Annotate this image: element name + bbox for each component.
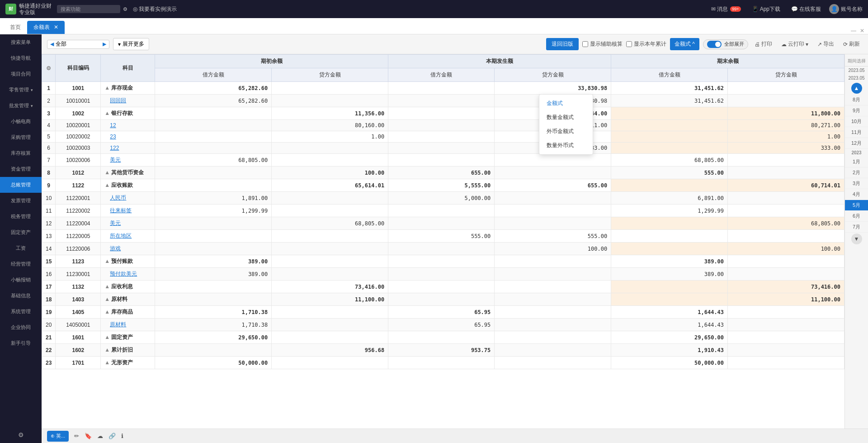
- row-code[interactable]: 11220006: [56, 243, 101, 255]
- date-item-2[interactable]: 2月: [845, 167, 868, 178]
- row-code[interactable]: 1405: [56, 306, 101, 319]
- export-button[interactable]: ↗ 导出: [815, 38, 837, 50]
- subject-link[interactable]: 美元: [110, 157, 121, 163]
- toggle-track[interactable]: [707, 41, 722, 48]
- minimize-icon[interactable]: —: [851, 28, 856, 34]
- row-code[interactable]: 11230001: [56, 268, 101, 281]
- settings-header[interactable]: ⚙: [42, 55, 56, 82]
- sidebar-item-invoice[interactable]: 发票管理: [0, 193, 42, 209]
- status-link-icon[interactable]: 🔗: [108, 433, 116, 439]
- date-item-3[interactable]: 3月: [845, 178, 868, 189]
- dropdown-item-amount[interactable]: 金额式: [539, 96, 593, 110]
- dropdown-item-quantity-amount[interactable]: 数量金额式: [539, 110, 593, 124]
- date-item-5[interactable]: 5月: [845, 200, 868, 211]
- subject-link[interactable]: 往来标签: [110, 207, 132, 214]
- date-nav-down[interactable]: ▼: [851, 233, 862, 244]
- sidebar-item-retail[interactable]: 零售管理 ▾: [0, 82, 42, 98]
- subject-link[interactable]: 12: [110, 122, 116, 129]
- date-item-6[interactable]: 6月: [845, 211, 868, 222]
- sidebar-item-ecommerce[interactable]: 小畅电商: [0, 114, 42, 129]
- sidebar-item-assets[interactable]: 固定资产: [0, 224, 42, 240]
- status-main-button[interactable]: ⊕ 英...: [47, 431, 69, 442]
- sidebar-item-project[interactable]: 项目合同: [0, 66, 42, 82]
- tab-balance-sheet[interactable]: 余额表 ✕: [27, 21, 65, 34]
- sidebar-item-guide[interactable]: 新手引导: [0, 335, 42, 351]
- right-arrow-icon[interactable]: ▶: [103, 41, 106, 47]
- date-nav-up[interactable]: ▲: [851, 83, 862, 94]
- status-edit-icon[interactable]: ✏: [74, 433, 79, 439]
- sidebar-item-inventory[interactable]: 库存核算: [0, 145, 42, 161]
- row-code[interactable]: 10020006: [56, 154, 101, 167]
- row-expand-icon[interactable]: ▲: [104, 347, 110, 353]
- row-code[interactable]: 11220004: [56, 217, 101, 230]
- sidebar-item-reimbursement[interactable]: 小畅报销: [0, 272, 42, 288]
- row-expand-icon[interactable]: ▲: [104, 309, 110, 315]
- status-cloud-icon[interactable]: ☁: [97, 433, 103, 439]
- sidebar-item-purchase[interactable]: 采购管理: [0, 129, 42, 145]
- sidebar-item-system[interactable]: 系统管理: [0, 304, 42, 319]
- date-item-7[interactable]: 7月: [845, 222, 868, 233]
- subject-link[interactable]: 人民币: [110, 195, 126, 201]
- date-item-1[interactable]: 1月: [845, 157, 868, 167]
- subject-link[interactable]: 游戏: [110, 245, 121, 252]
- subject-link[interactable]: 122: [110, 145, 119, 151]
- row-code[interactable]: 11220001: [56, 192, 101, 205]
- sidebar-item-basic[interactable]: 基础信息: [0, 288, 42, 304]
- left-arrow-icon[interactable]: ◀: [50, 41, 54, 47]
- row-code[interactable]: 1403: [56, 293, 101, 306]
- subject-link[interactable]: 23: [110, 133, 116, 140]
- dropdown-item-foreign-amount[interactable]: 外币金额式: [539, 124, 593, 138]
- date-item-9[interactable]: 9月: [845, 105, 868, 116]
- row-code[interactable]: 1132: [56, 281, 101, 293]
- sidebar-item-cooperation[interactable]: 企业协同: [0, 319, 42, 335]
- sidebar-item-wholesale[interactable]: 批发管理 ▾: [0, 98, 42, 114]
- row-code[interactable]: 1123: [56, 255, 101, 268]
- sidebar-item-funds[interactable]: 资金管理: [0, 161, 42, 177]
- row-code[interactable]: 1002: [56, 107, 101, 120]
- expand-all-toggle[interactable]: 全部展开: [703, 39, 748, 49]
- subject-search-input[interactable]: [56, 41, 101, 48]
- app-download-button[interactable]: 📱 App下载: [749, 4, 783, 14]
- row-code[interactable]: 1602: [56, 344, 101, 357]
- sidebar-item-tax[interactable]: 税务管理: [0, 209, 42, 224]
- cloud-print-button[interactable]: ☁ 云打印 ▾: [778, 38, 811, 50]
- row-code[interactable]: 11220005: [56, 230, 101, 243]
- dropdown-item-quantity-foreign[interactable]: 数量外币式: [539, 138, 593, 152]
- row-expand-icon[interactable]: ▲: [104, 258, 110, 264]
- row-code[interactable]: 10020003: [56, 143, 101, 154]
- row-expand-icon[interactable]: ▲: [104, 283, 110, 290]
- sidebar-settings-icon[interactable]: ⚙: [0, 427, 42, 443]
- sidebar-item-management[interactable]: 经营管理: [0, 256, 42, 272]
- sidebar-item-salary[interactable]: 工资: [0, 240, 42, 256]
- date-item-12[interactable]: 12月: [845, 138, 868, 149]
- row-expand-icon[interactable]: ▲: [104, 334, 110, 340]
- top-search-input[interactable]: [57, 5, 120, 13]
- row-expand-icon[interactable]: ▲: [104, 296, 110, 302]
- close-icon[interactable]: ✕: [860, 28, 864, 34]
- row-code[interactable]: 1012: [56, 167, 101, 179]
- row-expand-icon[interactable]: ▲: [104, 85, 110, 91]
- row-code[interactable]: 1122: [56, 179, 101, 192]
- print-button[interactable]: 🖨 打印: [752, 38, 775, 50]
- row-code[interactable]: 1701: [56, 357, 101, 369]
- status-info-icon[interactable]: ℹ: [121, 433, 123, 439]
- subject-link[interactable]: 回回回: [110, 97, 126, 104]
- row-expand-icon[interactable]: ▲: [104, 359, 110, 366]
- demo-button[interactable]: ◎ 我要看实例演示: [130, 4, 179, 14]
- row-code[interactable]: 10020001: [56, 120, 101, 131]
- row-expand-icon[interactable]: ▲: [104, 110, 110, 116]
- amount-style-button[interactable]: 金额式 ^: [670, 38, 699, 50]
- date-item-8[interactable]: 8月: [845, 95, 868, 105]
- row-expand-icon[interactable]: ▲: [104, 182, 110, 188]
- sidebar-item-quicknav[interactable]: 快捷导航: [0, 50, 42, 66]
- expand-more-button[interactable]: ▾ 展开更多: [113, 38, 149, 50]
- date-item-11[interactable]: 11月: [845, 127, 868, 138]
- online-service-button[interactable]: 💬 在线客服: [788, 4, 824, 14]
- subject-link[interactable]: 所在地区: [110, 233, 132, 239]
- gear-button[interactable]: ⚙: [120, 5, 130, 14]
- row-code[interactable]: 1001: [56, 82, 101, 95]
- show-ytd-checkbox[interactable]: 显示本年累计: [626, 40, 666, 48]
- subject-link[interactable]: 原材料: [110, 321, 126, 328]
- sidebar-item-search[interactable]: 搜索菜单: [0, 34, 42, 50]
- row-code[interactable]: 11220002: [56, 205, 101, 217]
